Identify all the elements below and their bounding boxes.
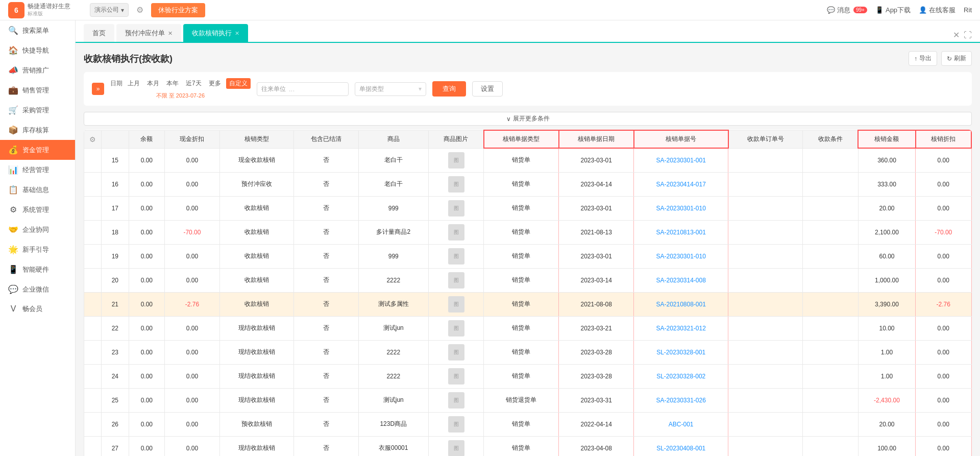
row-bill-no[interactable]: SL-20230408-001 (634, 436, 728, 456)
col-write-off-amount: 核销金额 (858, 130, 915, 148)
export-button[interactable]: ↑ 导出 (909, 51, 937, 66)
sidebar-label-hardware: 智能硬件 (22, 265, 49, 274)
row-bill-no[interactable]: SA-20230301-001 (634, 148, 728, 172)
row-settings (84, 316, 102, 340)
row-bill-no[interactable]: SL-20230328-001 (634, 340, 728, 364)
row-bill-no-link[interactable]: SA-20230321-012 (656, 325, 705, 332)
filter-date-group: 日期 上月 本月 本年 近7天 更多 自定义 不限 至 2023-07-26 (110, 78, 251, 100)
date-last-month[interactable]: 上月 (126, 78, 142, 89)
row-bill-date: 2023-03-01 (559, 244, 634, 268)
row-settled: 否 (294, 412, 359, 436)
date-this-month[interactable]: 本月 (145, 78, 161, 89)
row-bill-no-link[interactable]: SA-20230301-001 (656, 157, 705, 164)
message-item[interactable]: 💬 消息 99+ (827, 6, 867, 15)
tab-fullscreen-icon[interactable]: ⛶ (964, 31, 972, 40)
query-button[interactable]: 查询 (432, 81, 466, 97)
row-write-off-discount: 0.00 (916, 364, 971, 388)
row-bill-no-link[interactable]: SL-20230408-001 (656, 445, 705, 452)
row-bill-date: 2023-03-28 (559, 340, 634, 364)
app-download-item[interactable]: 📱 App下载 (875, 6, 911, 15)
row-balance: 0.00 (129, 412, 164, 436)
row-write-off-discount: 0.00 (916, 340, 971, 364)
row-settings (84, 244, 102, 268)
date-this-year[interactable]: 本年 (164, 78, 181, 89)
bill-type-filter[interactable]: 单据类型 ▾ (355, 82, 426, 96)
table-row: 190.000.00收款核销否999图销货单2023-03-01SA-20230… (84, 244, 972, 268)
row-write-off-discount: 0.00 (916, 436, 971, 456)
sidebar-item-sales[interactable]: 💼 销售管理 (0, 80, 75, 100)
expand-conditions-button[interactable]: ∨ 展开更多条件 (84, 112, 972, 126)
row-receipt-order-no (728, 388, 803, 412)
sidebar-item-finance[interactable]: 💰 资金管理 (0, 140, 75, 160)
row-goods: 999 (358, 244, 428, 268)
sidebar-item-basic[interactable]: 📋 基础信息 (0, 180, 75, 200)
export-label: 导出 (919, 54, 932, 63)
row-bill-no-link[interactable]: SA-20230301-010 (656, 205, 705, 212)
sidebar-item-corp[interactable]: 🤝 企业协同 (0, 220, 75, 239)
row-settled: 否 (294, 220, 359, 244)
sidebar-item-hardware[interactable]: 📱 智能硬件 (0, 259, 75, 279)
row-bill-no[interactable]: SA-20210813-001 (634, 220, 728, 244)
col-cash-discount: 现金折扣 (165, 130, 220, 148)
date-more[interactable]: 更多 (207, 78, 223, 89)
row-bill-no-link[interactable]: SA-20210813-001 (656, 229, 705, 236)
filter-expand-button[interactable]: » (92, 83, 104, 95)
row-receipt-condition (803, 148, 859, 172)
logo-text: 畅捷通谱好生意 (28, 3, 70, 10)
tab-close-icon[interactable]: ✕ (953, 30, 960, 40)
sidebar-item-inventory[interactable]: 📦 库存核算 (0, 120, 75, 140)
date-custom[interactable]: 自定义 (226, 78, 251, 89)
sidebar-item-operation[interactable]: 📊 经营管理 (0, 160, 75, 180)
tab-bar-actions: ✕ ⛶ (953, 30, 972, 42)
row-bill-no-link[interactable]: SA-20230301-010 (656, 253, 705, 260)
sidebar-item-purchase[interactable]: 🛒 采购管理 (0, 100, 75, 120)
tab-collection[interactable]: 收款核销执行 ✕ (183, 24, 248, 42)
sidebar-item-marketing[interactable]: 📣 营销推广 (0, 60, 75, 80)
row-bill-no-link[interactable]: SA-20230414-017 (656, 181, 705, 188)
row-bill-no-link[interactable]: SL-20230328-002 (656, 373, 705, 380)
industry-button[interactable]: 休验行业方案 (151, 3, 205, 17)
row-balance: 0.00 (129, 268, 164, 292)
date-7days[interactable]: 近7天 (184, 78, 204, 89)
refresh-button[interactable]: ↻ 刷新 (941, 51, 972, 66)
row-bill-no[interactable]: SA-20230331-026 (634, 388, 728, 412)
row-bill-no-link[interactable]: SA-20230314-008 (656, 277, 705, 284)
tab-prepay-close[interactable]: ✕ (168, 30, 173, 37)
row-bill-no-link[interactable]: SA-20210808-001 (656, 301, 705, 308)
sidebar-item-wechat[interactable]: 💬 企业微信 (0, 279, 75, 299)
row-bill-no[interactable]: SA-20230301-010 (634, 196, 728, 220)
row-bill-no[interactable]: SA-20230301-010 (634, 244, 728, 268)
column-settings-icon[interactable]: ⚙ (89, 135, 96, 143)
sidebar-item-quicknav[interactable]: 🏠 快捷导航 (0, 40, 75, 60)
row-bill-no-link[interactable]: SA-20230331-026 (656, 397, 705, 404)
sidebar-item-member[interactable]: V 畅会员 (0, 299, 75, 319)
row-bill-no[interactable]: SA-20210808-001 (634, 292, 728, 316)
sidebar-item-system[interactable]: ⚙ 系统管理 (0, 200, 75, 220)
row-bill-no[interactable]: SL-20230328-002 (634, 364, 728, 388)
row-bill-no[interactable]: SA-20230314-008 (634, 268, 728, 292)
row-bill-no[interactable]: SA-20230414-017 (634, 172, 728, 196)
settings-icon[interactable]: ⚙ (133, 3, 147, 17)
sidebar-item-search[interactable]: 🔍 搜索菜单 (0, 20, 75, 40)
company-select[interactable]: 演示公司 ▾ (90, 3, 129, 17)
row-write-off-amount: 1.00 (858, 364, 915, 388)
page-header: 收款核销执行(按收款) ↑ 导出 ↻ 刷新 (84, 51, 972, 66)
col-settings[interactable]: ⚙ (84, 130, 102, 148)
inventory-icon: 📦 (8, 125, 18, 135)
user-profile[interactable]: Rit (964, 6, 972, 14)
tab-collection-close[interactable]: ✕ (235, 30, 239, 37)
row-bill-no[interactable]: ABC-001 (634, 412, 728, 436)
tab-home[interactable]: 首页 (84, 24, 114, 42)
online-service-item[interactable]: 👤 在线客服 (919, 6, 955, 15)
partner-filter[interactable]: 往来单位 ... (257, 82, 349, 96)
tab-prepay[interactable]: 预付冲应付单 ✕ (116, 24, 181, 42)
row-no: 26 (102, 412, 129, 436)
row-write-off-amount: 100.00 (858, 436, 915, 456)
filter-settings-button[interactable]: 设置 (472, 81, 503, 97)
row-write-off-type: 现结收款核销 (219, 364, 293, 388)
row-bill-no-link[interactable]: ABC-001 (669, 421, 694, 428)
row-bill-no[interactable]: SA-20230321-012 (634, 316, 728, 340)
sidebar-item-guide[interactable]: 🌟 新手引导 (0, 239, 75, 259)
row-no: 17 (102, 196, 129, 220)
row-bill-no-link[interactable]: SL-20230328-001 (656, 349, 705, 356)
